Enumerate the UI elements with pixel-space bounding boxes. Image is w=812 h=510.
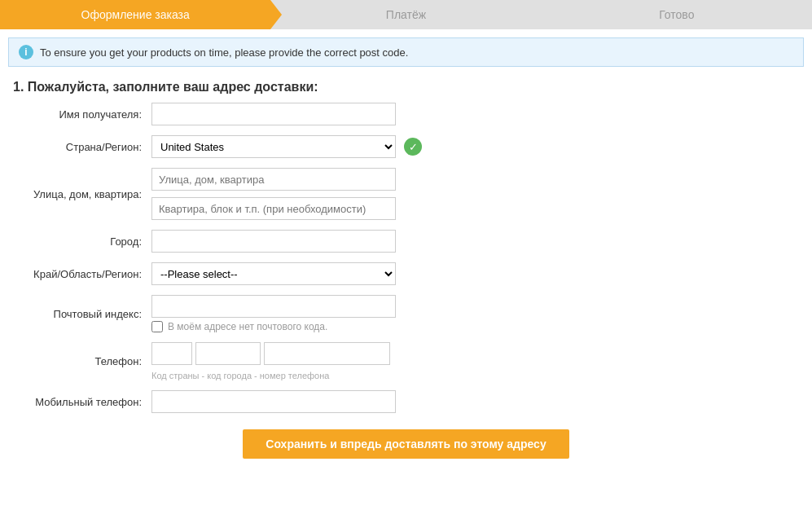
phone-hint: Код страны - код города - номер телефона bbox=[151, 371, 390, 380]
postal-input[interactable] bbox=[151, 295, 396, 318]
phone-fields bbox=[151, 342, 390, 365]
address-block bbox=[151, 168, 396, 220]
info-banner: i To ensure you get your products on tim… bbox=[8, 37, 804, 67]
recipient-row: Имя получателя: bbox=[13, 103, 799, 125]
city-input[interactable] bbox=[151, 230, 396, 253]
postal-block: В моём адресе нет почтового кода. bbox=[151, 295, 396, 332]
no-postal-checkbox[interactable] bbox=[151, 321, 163, 332]
street-row: Улица, дом, квартира: bbox=[13, 168, 799, 220]
country-select-wrapper: United States Russia China Germany Unite… bbox=[151, 135, 422, 158]
city-row: Город: bbox=[13, 230, 799, 253]
country-valid-icon: ✓ bbox=[404, 138, 422, 156]
phone-city-code[interactable] bbox=[195, 342, 261, 365]
country-row: Страна/Регион: United States Russia Chin… bbox=[13, 135, 799, 158]
form-area: Имя получателя: Страна/Регион: United St… bbox=[0, 103, 812, 491]
region-select[interactable]: --Please select-- Alabama Alaska Arizona… bbox=[151, 262, 396, 285]
step-checkout-label: Оформление заказа bbox=[81, 8, 190, 21]
region-row: Край/Область/Регион: --Please select-- A… bbox=[13, 262, 799, 285]
page-wrapper: Оформление заказа Платёж Готово i To ens… bbox=[0, 0, 812, 510]
step-checkout: Оформление заказа bbox=[0, 0, 270, 29]
section-title: 1. Пожалуйста, заполните ваш адрес доста… bbox=[0, 67, 812, 103]
step-payment-label: Платёж bbox=[386, 8, 426, 21]
recipient-label: Имя получателя: bbox=[13, 108, 151, 121]
postal-label: Почтовый индекс: bbox=[13, 308, 151, 320]
mobile-label: Мобильный телефон: bbox=[13, 396, 151, 408]
city-label: Город: bbox=[13, 235, 151, 248]
mobile-input[interactable] bbox=[151, 390, 396, 413]
info-text: To ensure you get your products on time,… bbox=[40, 46, 408, 59]
save-button[interactable]: Сохранить и впредь доставлять по этому а… bbox=[243, 429, 568, 459]
recipient-input[interactable] bbox=[151, 103, 396, 125]
phone-country-code[interactable] bbox=[151, 342, 192, 365]
country-label: Страна/Регион: bbox=[13, 141, 151, 153]
phone-row: Телефон: Код страны - код города - номер… bbox=[13, 342, 799, 380]
region-label: Край/Область/Регион: bbox=[13, 268, 151, 280]
street-input[interactable] bbox=[151, 168, 396, 191]
country-select[interactable]: United States Russia China Germany Unite… bbox=[151, 135, 396, 158]
mobile-row: Мобильный телефон: bbox=[13, 390, 799, 413]
step-done-label: Готово bbox=[659, 8, 694, 21]
postal-row: Почтовый индекс: В моём адресе нет почто… bbox=[13, 295, 799, 332]
phone-number[interactable] bbox=[264, 342, 390, 365]
info-icon: i bbox=[19, 45, 33, 59]
apartment-input[interactable] bbox=[151, 197, 396, 220]
phone-inputs: Код страны - код города - номер телефона bbox=[151, 342, 390, 380]
phone-label: Телефон: bbox=[13, 355, 151, 367]
save-btn-row: Сохранить и впредь доставлять по этому а… bbox=[13, 429, 799, 475]
step-done: Готово bbox=[542, 0, 812, 29]
progress-bar: Оформление заказа Платёж Готово bbox=[0, 0, 812, 29]
no-postal-label: В моём адресе нет почтового кода. bbox=[168, 321, 327, 332]
step-payment: Платёж bbox=[270, 0, 541, 29]
no-postal-row: В моём адресе нет почтового кода. bbox=[151, 321, 396, 332]
street-label: Улица, дом, квартира: bbox=[13, 188, 151, 200]
